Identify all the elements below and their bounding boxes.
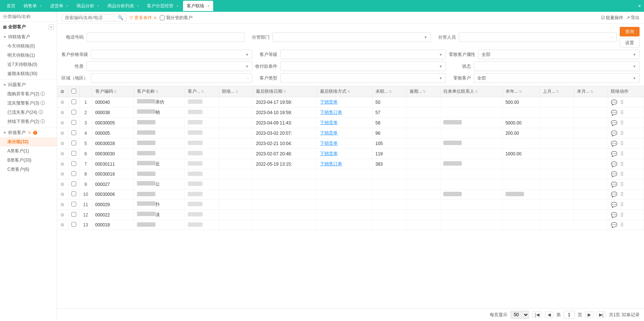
contact-icon-10[interactable]: 💬 bbox=[611, 202, 617, 208]
person-more-icon[interactable]: ··· bbox=[610, 35, 613, 39]
col-checkbox-all[interactable] bbox=[68, 86, 79, 97]
contact-icon-3[interactable]: 💬 bbox=[611, 130, 617, 136]
select-all-checkbox[interactable] bbox=[71, 89, 76, 94]
col-thismonth-header[interactable]: 本月...⇅ bbox=[574, 86, 608, 97]
row-cb-10[interactable] bbox=[68, 200, 79, 210]
row-checkbox-9[interactable] bbox=[71, 191, 76, 196]
payment-select[interactable]: ▼ bbox=[280, 61, 446, 71]
row-settings-8[interactable]: ⚙ bbox=[57, 179, 68, 190]
nav-tab-analysis-list[interactable]: 商品分析列表 × bbox=[104, 1, 143, 11]
row-checkbox-7[interactable] bbox=[71, 171, 76, 176]
per-page-select[interactable]: 50 100 200 bbox=[510, 311, 529, 319]
more-icon-3[interactable]: ⠿ bbox=[620, 130, 624, 136]
row-method-12[interactable] bbox=[317, 220, 372, 230]
row-settings-6[interactable]: ⚙ bbox=[57, 159, 68, 169]
contact-icon-6[interactable]: 💬 bbox=[611, 161, 617, 167]
problem-customer-group[interactable]: ▼ 问题客户 bbox=[0, 80, 57, 89]
dept-select[interactable]: ▼ bbox=[272, 32, 430, 42]
nature-select[interactable]: ▼ bbox=[87, 61, 252, 71]
more-icon-7[interactable]: ⠿ bbox=[620, 171, 624, 177]
row-cb-1[interactable] bbox=[68, 107, 79, 118]
row-method-5[interactable]: 下销货单 bbox=[317, 149, 372, 159]
method-link-1[interactable]: 下销售订单 bbox=[320, 110, 342, 115]
query-btn[interactable]: 查询 bbox=[620, 27, 640, 36]
contact-icon-12[interactable]: 💬 bbox=[611, 222, 617, 228]
method-link-5[interactable]: 下销货单 bbox=[320, 151, 338, 156]
row-cb-6[interactable] bbox=[68, 159, 79, 169]
col-name-header[interactable]: 客户名称⇅ bbox=[134, 86, 185, 97]
window-close-btn[interactable]: × bbox=[638, 3, 641, 9]
row-checkbox-0[interactable] bbox=[71, 99, 76, 104]
search-input[interactable] bbox=[65, 15, 116, 20]
contact-icon-8[interactable]: 💬 bbox=[611, 181, 617, 187]
row-settings-2[interactable]: ⚙ bbox=[57, 118, 68, 128]
row-method-1[interactable]: 下销售订单 bbox=[317, 107, 372, 118]
search-icon[interactable]: 🔍 bbox=[118, 15, 123, 20]
more-icon-1[interactable]: ⠿ bbox=[620, 110, 624, 116]
zero-attr-select[interactable]: 全部 ▼ bbox=[478, 50, 640, 59]
row-checkbox-2[interactable] bbox=[71, 120, 76, 125]
row-cb-2[interactable] bbox=[68, 118, 79, 128]
status-select[interactable]: ▼ bbox=[474, 61, 640, 71]
row-checkbox-5[interactable] bbox=[71, 151, 76, 156]
export-btn[interactable]: ↗ 导出 bbox=[626, 15, 640, 21]
row-settings-0[interactable]: ⚙ bbox=[57, 97, 68, 107]
row-checkbox-1[interactable] bbox=[71, 110, 76, 114]
sidebar-item-class-b[interactable]: B类客户(33) bbox=[0, 156, 57, 165]
col-code-header[interactable]: 客户编码⇅ bbox=[92, 86, 134, 97]
method-link-2[interactable]: 下销货单 bbox=[320, 120, 338, 125]
close-customer-contact-tab[interactable]: × bbox=[207, 4, 210, 8]
col-days-header[interactable]: 未联...⇅ bbox=[372, 86, 406, 97]
value-customer-group[interactable]: ▼ 价值客户 ↻ ! bbox=[0, 128, 57, 137]
method-link-3[interactable]: 下销货单 bbox=[320, 130, 338, 135]
row-method-3[interactable]: 下销货单 bbox=[317, 128, 372, 138]
sidebar-item-churned[interactable]: 已流失客户(24) ⓘ bbox=[0, 108, 57, 117]
row-checkbox-12[interactable] bbox=[71, 222, 76, 227]
row-method-11[interactable] bbox=[317, 210, 372, 220]
row-settings-9[interactable]: ⚙ bbox=[57, 190, 68, 200]
col-year-header[interactable]: 本年...⇅ bbox=[502, 86, 540, 97]
row-method-9[interactable] bbox=[317, 190, 372, 200]
sidebar-item-class-c[interactable]: C类客户(6) bbox=[0, 165, 57, 174]
row-cb-7[interactable] bbox=[68, 169, 79, 179]
row-settings-10[interactable]: ⚙ bbox=[57, 200, 68, 210]
contact-icon-7[interactable]: 💬 bbox=[611, 171, 617, 177]
contact-icon-5[interactable]: 💬 bbox=[611, 151, 617, 157]
row-checkbox-4[interactable] bbox=[71, 141, 76, 145]
page-input[interactable] bbox=[564, 311, 575, 319]
method-link-6[interactable]: 下销售订单 bbox=[320, 161, 342, 166]
pending-contact-group[interactable]: ▼ 待联络客户 bbox=[0, 32, 57, 42]
nav-tab-home[interactable]: 首页 bbox=[3, 1, 19, 11]
row-cb-8[interactable] bbox=[68, 179, 79, 190]
close-analysis-list-tab[interactable]: × bbox=[137, 4, 139, 8]
sidebar-item-class-a[interactable]: A类客户(1) bbox=[0, 147, 57, 156]
row-cb-12[interactable] bbox=[68, 220, 79, 230]
row-settings-7[interactable]: ⚙ bbox=[57, 169, 68, 179]
zero-customer-select[interactable]: 全部 ▼ bbox=[474, 73, 640, 83]
row-checkbox-8[interactable] bbox=[71, 181, 76, 186]
first-page-btn[interactable]: |◀ bbox=[532, 311, 542, 318]
contact-icon-4[interactable]: 💬 bbox=[611, 141, 617, 147]
close-sales-tab[interactable]: × bbox=[40, 4, 42, 8]
row-method-0[interactable]: 下销货单 bbox=[317, 97, 372, 107]
close-customer-tier-tab[interactable]: × bbox=[176, 4, 179, 8]
more-icon-2[interactable]: ⠿ bbox=[620, 120, 624, 126]
contact-icon-9[interactable]: 💬 bbox=[611, 191, 617, 197]
next-page-btn[interactable]: ▶ bbox=[585, 311, 594, 318]
all-customers-header[interactable]: ⊞ 全部客户 « bbox=[0, 22, 57, 32]
contact-icon-2[interactable]: 💬 bbox=[611, 120, 617, 126]
col-last-method-header[interactable]: 最后联络方式⇅ bbox=[317, 86, 372, 97]
col-lastmonth-header[interactable]: 上月...⇅ bbox=[540, 86, 574, 97]
more-icon-12[interactable]: ⠿ bbox=[620, 222, 624, 228]
col-last-date-header[interactable]: 最后联络日期⇅ bbox=[253, 86, 317, 97]
nav-tab-sales[interactable]: 销售单 × bbox=[20, 1, 46, 11]
method-link-4[interactable]: 下销货单 bbox=[320, 141, 338, 146]
more-icon-5[interactable]: ⠿ bbox=[620, 151, 624, 157]
row-method-7[interactable] bbox=[317, 169, 372, 179]
more-icon-9[interactable]: ⠿ bbox=[620, 191, 624, 197]
sidebar-item-ungrouped[interactable]: 未分组(32) bbox=[0, 137, 57, 147]
more-conditions-btn[interactable]: ▽ 更多条件 ∧ bbox=[130, 15, 157, 21]
row-cb-4[interactable] bbox=[68, 138, 79, 149]
nav-tab-customer-tier[interactable]: 客户分层经营 × bbox=[143, 1, 182, 11]
row-settings-5[interactable]: ⚙ bbox=[57, 149, 68, 159]
